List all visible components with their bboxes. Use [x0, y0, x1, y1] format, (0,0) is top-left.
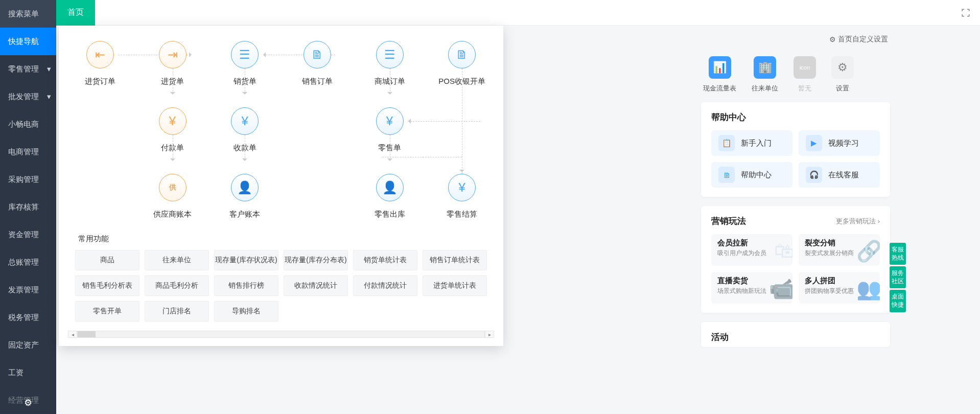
share-icon: 🔗	[856, 239, 880, 263]
common-btn[interactable]: 现存量(库存分布表)	[284, 250, 348, 270]
sidebar-item-purchase[interactable]: 采购管理	[0, 166, 56, 193]
common-btn[interactable]: 进货单统计表	[423, 275, 487, 296]
common-btn[interactable]: 销售毛利分析表	[75, 275, 139, 296]
mkt-item-fission[interactable]: 裂变分销裂变式发展分销商🔗	[799, 234, 880, 266]
common-btn[interactable]: 往来单位	[145, 250, 209, 270]
common-btn[interactable]: 销售订单统计表	[423, 250, 487, 270]
building-icon: 🏢	[758, 61, 772, 74]
bag-icon: 🛍	[774, 239, 792, 262]
right-column: ⚙ 首页自定义设置 📊 现金流量表 🏢 往来单位 icon 暂无 ⚙ 设置 帮助…	[701, 31, 890, 356]
common-btn[interactable]: 销货单统计表	[353, 250, 417, 270]
sidebar-item-xcds[interactable]: 小畅电商	[0, 110, 56, 138]
chevron-down-icon: ▾	[47, 64, 51, 74]
common-btn[interactable]: 付款情况统计	[353, 275, 417, 296]
home-customize-button[interactable]: ⚙ 首页自定义设置	[701, 31, 890, 51]
tile-settings[interactable]: ⚙ 设置	[831, 56, 854, 93]
money-icon: ¥	[386, 114, 393, 128]
flow-node-sales[interactable]: ☰ 销货单	[208, 41, 281, 107]
common-functions-grid: 商品 往来单位 现存量(库存状况表) 现存量(库存分布表) 销货单统计表 销售订…	[64, 250, 498, 331]
list-icon: ☰	[384, 48, 395, 62]
marketing-more-link[interactable]: 更多营销玩法 ›	[836, 217, 880, 226]
topbar: 首页	[56, 0, 980, 26]
scroll-right-button[interactable]: ▸	[485, 331, 494, 338]
fullscreen-icon	[961, 8, 970, 17]
sidebar-settings-button[interactable]: ⚙	[0, 392, 56, 414]
gear-icon: ⚙	[24, 397, 32, 408]
sidebar-item-funds[interactable]: 资金管理	[0, 221, 56, 248]
sidebar-item-tax[interactable]: 税务管理	[0, 304, 56, 331]
outbound-icon: 👤	[382, 180, 398, 195]
customer-icon: 👤	[237, 180, 252, 195]
common-btn[interactable]: 商品毛利分析	[145, 275, 209, 296]
document-out-icon: ⇥	[168, 48, 178, 62]
quicknav-flyout: ⇤ 进货订单 ⇥ 进货单 ☰ 销货单 🗎 销售订单	[59, 26, 503, 346]
help-item-center[interactable]: 🗎帮助中心	[711, 162, 792, 188]
flow-node-supplier-book[interactable]: 供 供应商账本	[136, 174, 209, 230]
common-btn[interactable]: 销售排行榜	[214, 275, 278, 296]
flow-node-sales-order[interactable]: 🗎 销售订单	[281, 41, 354, 107]
placeholder-icon: icon	[800, 64, 810, 71]
sidebar-item-ledger[interactable]: 总账管理	[0, 248, 56, 276]
clipboard-icon: 📋	[722, 139, 732, 148]
list-icon: ☰	[239, 48, 250, 62]
document-in-icon: ⇤	[95, 48, 105, 62]
document-icon: 🗎	[311, 48, 323, 62]
flow-node-retail[interactable]: ¥ 零售单	[354, 107, 426, 174]
mkt-item-member[interactable]: 会员拉新吸引用户成为会员🛍	[711, 234, 792, 266]
flow-node-payment[interactable]: ¥ 付款单	[136, 107, 209, 174]
common-btn[interactable]: 现存量(库存状况表)	[214, 250, 278, 270]
common-btn[interactable]: 导购排名	[214, 301, 278, 321]
tile-partner[interactable]: 🏢 往来单位	[752, 56, 778, 93]
tile-empty[interactable]: icon 暂无	[794, 56, 816, 93]
sidebar-item-retail[interactable]: 零售管理▾	[0, 55, 56, 83]
flow-node-purchase-order[interactable]: ⇤ 进货订单	[64, 41, 136, 107]
common-btn[interactable]: 门店排名	[145, 301, 209, 321]
flow-node-purchase[interactable]: ⇥ 进货单	[136, 41, 209, 107]
marketing-card: 营销玩法 更多营销玩法 › 会员拉新吸引用户成为会员🛍 裂变分销裂变式发展分销商…	[701, 206, 890, 313]
money-icon: ¥	[241, 114, 248, 128]
flow-node-customer-book[interactable]: 👤 客户账本	[208, 174, 281, 230]
floating-buttons: 客服热线 服务社区 桌面快捷	[890, 243, 906, 312]
sidebar-item-ecom[interactable]: 电商管理	[0, 138, 56, 166]
flow-node-retail-out[interactable]: 👤 零售出库	[354, 174, 426, 230]
common-btn[interactable]: 商品	[75, 250, 139, 270]
mkt-item-group[interactable]: 多人拼团拼团购物享受优惠👥	[799, 272, 880, 304]
camera-icon: 📹	[769, 277, 792, 301]
help-item-guide[interactable]: 📋新手入门	[711, 130, 792, 156]
gear-icon: ⚙	[837, 61, 848, 74]
marketing-title: 营销玩法	[711, 215, 746, 227]
sidebar-item-inventory[interactable]: 库存核算	[0, 193, 56, 221]
tab-home[interactable]: 首页	[56, 0, 95, 26]
pos-icon: 🗎	[456, 48, 468, 62]
table-icon: 📊	[713, 61, 727, 74]
common-btn[interactable]: 收款情况统计	[284, 275, 348, 296]
common-btn[interactable]: 零售开单	[75, 301, 139, 321]
sidebar-item-wholesale[interactable]: 批发管理▾	[0, 83, 56, 110]
group-icon: 👥	[856, 277, 880, 301]
sidebar-item-invoice[interactable]: 发票管理	[0, 276, 56, 304]
flow-node-receipt[interactable]: ¥ 收款单	[208, 107, 281, 174]
sidebar-item-quicknav[interactable]: 快捷导航	[0, 28, 56, 55]
sidebar-item-assets[interactable]: 固定资产	[0, 331, 56, 359]
mkt-item-live[interactable]: 直播卖货场景式购物新玩法📹	[711, 272, 792, 304]
float-community[interactable]: 服务社区	[890, 266, 906, 288]
sidebar-item-salary[interactable]: 工资	[0, 359, 56, 386]
doc-icon: 🗎	[723, 171, 731, 179]
help-item-service[interactable]: 🎧在线客服	[799, 162, 880, 188]
common-functions-title: 常用功能	[78, 234, 498, 244]
activity-title: 活动	[711, 331, 880, 343]
flow-node-retail-settle[interactable]: ¥ 零售结算	[426, 174, 498, 230]
play-icon: ▶	[811, 139, 817, 148]
scroll-left-button[interactable]: ◂	[68, 331, 77, 338]
sidebar-item-search[interactable]: 搜索菜单	[0, 0, 56, 28]
fullscreen-button[interactable]	[958, 5, 974, 21]
float-desktop[interactable]: 桌面快捷	[890, 290, 906, 312]
help-item-video[interactable]: ▶视频学习	[799, 130, 880, 156]
horizontal-scrollbar[interactable]: ◂ ▸	[64, 331, 498, 341]
flow-node-mall-order[interactable]: ☰ 商城订单	[354, 41, 426, 107]
gear-icon: ⚙	[829, 35, 836, 43]
headset-icon: 🎧	[809, 170, 819, 179]
float-hotline[interactable]: 客服热线	[890, 243, 906, 265]
flow-node-pos[interactable]: 🗎 POS收银开单	[426, 41, 498, 107]
tile-cashflow[interactable]: 📊 现金流量表	[703, 56, 736, 93]
